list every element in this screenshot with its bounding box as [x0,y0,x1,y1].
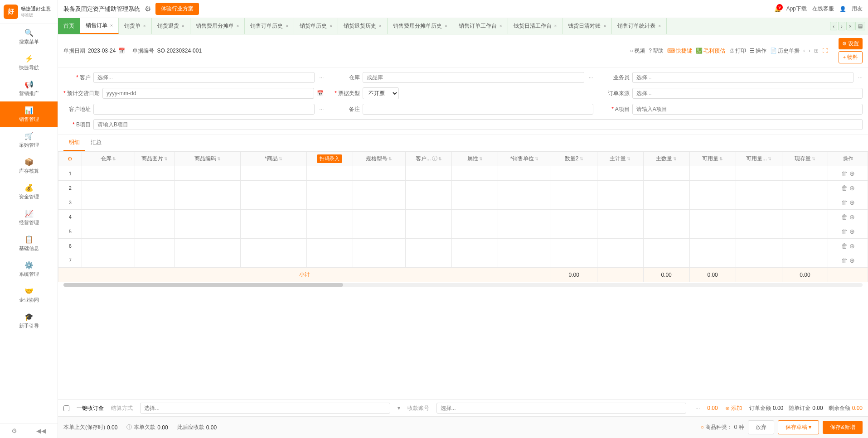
tab-invoice-history[interactable]: 销货单历史 × [294,18,338,34]
copy-btn-3[interactable]: ⊕ [849,199,855,206]
horizontal-scrollbar[interactable] [63,283,863,287]
sidebar-item-quicknav[interactable]: ⚡ 快捷导航 [0,50,58,76]
history-link[interactable]: 📄 历史单据 [770,47,800,55]
address-input[interactable] [93,104,315,115]
calendar-icon[interactable]: 📅 [118,48,125,54]
order-source-input[interactable] [632,88,863,99]
sidebar-item-sales[interactable]: 📊 销售管理 [0,101,58,127]
sidebar-item-collab[interactable]: 🤝 企业协同 [0,282,58,308]
invoice-select[interactable]: 不开票 [363,87,399,99]
operation-link[interactable]: ☰ 操作 [750,47,766,55]
sidebar-item-inventory[interactable]: 📦 库存核算 [0,153,58,179]
tab-detail[interactable]: 明细 [63,135,85,151]
tab-stats[interactable]: 销售订单统计表 × [612,18,667,34]
sidebar-item-guide[interactable]: 🎓 新手引导 [0,308,58,334]
sidebar-item-marketing[interactable]: 📢 营销推广 [0,76,58,101]
project-a-input[interactable] [632,104,863,115]
save-new-button[interactable]: 保存&新增 [823,421,863,434]
notes-input[interactable] [363,104,593,115]
nav-prev-icon[interactable]: ‹ [803,48,805,54]
tab-sales-invoice[interactable]: 销货单 × [119,18,152,34]
tab-menu-btn[interactable]: ▤ [855,22,865,30]
copy-btn-1[interactable]: ⊕ [849,170,855,177]
payment-method-input[interactable] [140,403,390,414]
online-service-link[interactable]: 在线客服 [812,5,834,13]
sidebar-item-operations[interactable]: 📈 经营管理 [0,205,58,231]
tab-reconcile[interactable]: 钱货日清对账 × [563,18,612,34]
notification-badge[interactable]: 🔔 9 [774,6,781,12]
tab-workbench[interactable]: 销售订单工作台 × [453,18,508,34]
help-link[interactable]: ? 帮助 [649,47,664,55]
collapse-icon[interactable]: ◀◀ [36,427,46,434]
tab-prev-btn[interactable]: ‹ [830,22,837,30]
warehouse-input[interactable] [363,72,584,83]
copy-btn-5[interactable]: ⊕ [849,228,855,235]
tab-expense-history[interactable]: 销售费用分摊单历史 × [388,18,453,34]
delete-btn-7[interactable]: 🗑 [841,257,848,264]
delivery-input[interactable] [102,88,314,99]
delete-btn-1[interactable]: 🗑 [841,170,848,177]
tab-cash-workbench[interactable]: 钱货日清工作台 × [508,18,563,34]
payment-method-dropdown-icon[interactable]: ▾ [398,405,400,411]
sales-order-tab-close[interactable]: × [110,23,113,28]
topbar-settings-icon[interactable]: ⚙ [145,5,151,13]
add-payment-btn[interactable]: ⊕ 添加 [725,404,742,412]
print-link[interactable]: 🖨 打印 [729,47,746,55]
sidebar-item-finance[interactable]: 💰 资金管理 [0,179,58,205]
customer-more-icon[interactable]: ··· [319,74,324,81]
project-b-input[interactable] [93,119,863,130]
sidebar-item-basic[interactable]: 📋 基础信息 [0,231,58,256]
calendar2-icon[interactable]: 📅 [317,90,324,96]
delete-btn-3[interactable]: 🗑 [841,199,848,206]
tab-sales-order[interactable]: 销售订单 × [80,18,119,34]
tab-home[interactable]: 首页 [58,18,80,34]
th-product-image: 商品图片⇅ [135,152,174,166]
layout-icon[interactable]: ⊞ [814,48,819,54]
tab-next-btn[interactable]: › [838,22,845,30]
scan-btn[interactable]: 扫码录入 [317,154,342,163]
app-download-link[interactable]: App下载 [786,5,807,13]
salesperson-more-icon[interactable]: ··· [858,74,863,81]
salesperson-input[interactable] [632,72,853,83]
settings-icon[interactable]: ⚙ [11,427,17,434]
delete-btn-2[interactable]: 🗑 [841,184,848,192]
draft-dropdown-icon[interactable]: ▾ [809,424,811,430]
info-icon[interactable]: ⓘ [432,155,437,163]
delete-btn-6[interactable]: 🗑 [841,242,848,250]
hotkey-link[interactable]: ⌨ 快捷键 [667,47,692,55]
bank-account-input[interactable] [436,403,687,414]
settings-button[interactable]: ⚙ 设置 [839,38,863,49]
copy-btn-6[interactable]: ⊕ [849,242,855,250]
nav-next-icon[interactable]: › [809,48,810,54]
copy-btn-2[interactable]: ⊕ [849,184,855,192]
material-button[interactable]: + 物料 [839,51,863,63]
one-click-checkout-checkbox[interactable] [63,405,69,411]
sidebar-item-system[interactable]: ⚙️ 系统管理 [0,256,58,282]
tab-return[interactable]: 销货退货 × [152,18,190,34]
tab-order-history[interactable]: 销售订单历史 × [245,18,294,34]
profit-link[interactable]: 💹 毛利预估 [696,47,725,55]
bank-account-more[interactable]: ··· [695,405,700,411]
warehouse-more-icon[interactable]: ··· [589,74,593,81]
tab-return-history[interactable]: 销货退货历史 × [338,18,388,34]
view-link[interactable]: ○ 视频 [630,47,645,55]
tab-expense-split[interactable]: 销售费用分摊单 × [190,18,245,34]
customer-input[interactable] [93,72,315,83]
sidebar-item-search[interactable]: 🔍 搜索菜单 [0,24,58,50]
sales-invoice-close[interactable]: × [143,24,146,29]
copy-btn-7[interactable]: ⊕ [849,257,855,264]
copy-btn-4[interactable]: ⊕ [849,213,855,221]
tab-summary[interactable]: 汇总 [85,135,107,151]
address-more-icon[interactable]: ··· [319,106,324,112]
th-settings[interactable]: ⚙ [58,152,82,166]
tab-close-all-btn[interactable]: × [846,22,854,30]
delete-btn-5[interactable]: 🗑 [841,228,848,235]
expand-icon[interactable]: ⛶ [822,48,828,54]
discard-button[interactable]: 放弃 [748,420,774,434]
delete-btn-4[interactable]: 🗑 [841,213,848,221]
settings-gear-icon[interactable]: ⚙ [68,156,73,162]
save-draft-button[interactable]: 保存草稿 ▾ [778,420,819,434]
sidebar-item-purchase[interactable]: 🛒 采购管理 [0,127,58,153]
solution-button[interactable]: 体验行业方案 [155,3,199,15]
form-row-1: 客户 ··· 仓库 ··· 业务员 ··· [63,72,863,83]
